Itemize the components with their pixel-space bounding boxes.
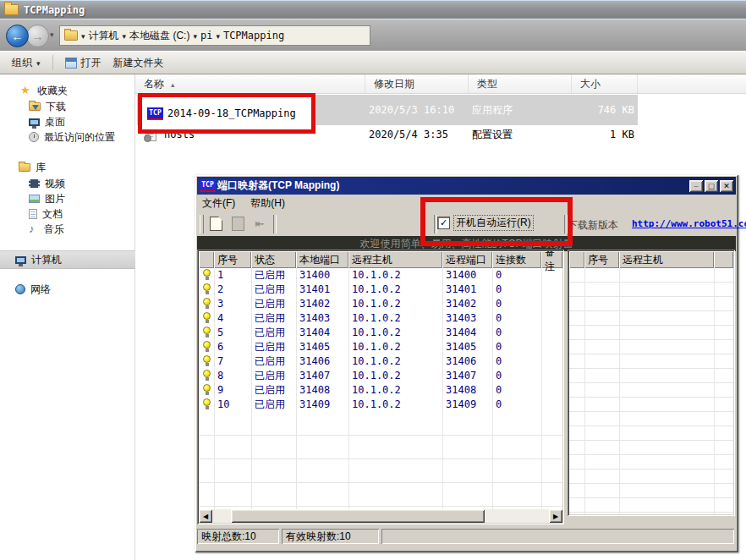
cell-remote-host: 10.1.0.2 bbox=[348, 354, 442, 369]
robot51-link[interactable]: http://www.robot51.com bbox=[632, 218, 746, 229]
recent-places-icon bbox=[29, 132, 39, 142]
cell-note bbox=[541, 398, 562, 412]
forward-arrow-icon: → bbox=[32, 30, 44, 43]
column-header-type[interactable]: 类型 bbox=[469, 74, 572, 93]
network-icon bbox=[15, 284, 25, 294]
status-active-mappings: 有效映射数:10 bbox=[282, 529, 379, 544]
open-button[interactable]: 打开 bbox=[65, 56, 101, 70]
pictures-icon bbox=[29, 195, 40, 203]
column-label: 远程主机 bbox=[623, 253, 663, 267]
maximize-button[interactable] bbox=[705, 180, 718, 192]
menu-help[interactable]: 帮助(H) bbox=[250, 196, 285, 211]
cell-remote-port: 31407 bbox=[442, 369, 492, 383]
mapping-row[interactable]: 7已启用3140610.1.0.2314060 bbox=[199, 354, 562, 369]
organize-button[interactable]: 组织 bbox=[12, 56, 41, 70]
back-button[interactable]: ← bbox=[6, 25, 29, 47]
file-date: 2020/5/3 16:10 bbox=[369, 95, 454, 125]
cell-connections: 0 bbox=[492, 354, 541, 369]
mapping-row[interactable]: 3已启用3140210.1.0.2314020 bbox=[199, 297, 562, 311]
cell-local-port: 31402 bbox=[296, 297, 348, 311]
column-header-name[interactable]: 名称 bbox=[135, 74, 365, 93]
app-titlebar[interactable]: TCP 端口映射器(TCP Mapping) bbox=[197, 177, 736, 195]
remove-icon-disabled bbox=[255, 217, 265, 230]
breadcrumb-computer[interactable]: 计算机 bbox=[89, 29, 119, 43]
column-header-remote-port[interactable]: 远程端口 bbox=[442, 251, 492, 268]
horizontal-scrollbar[interactable] bbox=[199, 509, 562, 523]
enabled-bulb-icon bbox=[199, 297, 214, 311]
scroll-right-icon[interactable] bbox=[549, 509, 562, 523]
cell-connections: 0 bbox=[492, 369, 541, 383]
folder-icon bbox=[4, 4, 19, 15]
organize-label: 组织 bbox=[12, 56, 32, 70]
mapping-row[interactable]: 10已启用3140910.1.0.2314090 bbox=[199, 398, 562, 412]
enabled-bulb-icon bbox=[199, 268, 214, 283]
mapping-rows: 1已启用3140010.1.0.23140002已启用3140110.1.0.2… bbox=[199, 268, 562, 412]
open-icon bbox=[65, 58, 77, 69]
cell-remote-host: 10.1.0.2 bbox=[348, 383, 442, 398]
mapping-row[interactable]: 2已启用3140110.1.0.2314010 bbox=[199, 283, 562, 297]
cell-remote-host: 10.1.0.2 bbox=[348, 398, 442, 412]
breadcrumb-arrow-icon[interactable] bbox=[193, 30, 197, 41]
column-header-remote-host[interactable]: 远程主机 bbox=[619, 251, 714, 268]
enabled-bulb-icon bbox=[199, 383, 214, 398]
breadcrumb-tcpmapping[interactable]: TCPMapping bbox=[223, 30, 284, 41]
enabled-bulb-icon bbox=[199, 340, 214, 354]
new-folder-button[interactable]: 新建文件夹 bbox=[113, 56, 164, 70]
sidebar-label: 下载 bbox=[46, 100, 66, 114]
toolbar-separator bbox=[273, 215, 277, 233]
minimize-button[interactable] bbox=[689, 180, 703, 192]
enabled-bulb-icon bbox=[199, 369, 214, 383]
column-header-blank bbox=[638, 74, 746, 93]
menu-file[interactable]: 文件(F) bbox=[202, 196, 235, 211]
breadcrumb-arrow-icon[interactable] bbox=[216, 30, 220, 41]
sidebar-item-network[interactable]: 网络 bbox=[0, 282, 150, 297]
column-header-index[interactable]: 序号 bbox=[584, 251, 619, 268]
breadcrumb-pi[interactable]: pi bbox=[200, 30, 212, 41]
cell-note bbox=[541, 297, 562, 311]
sidebar-label: 文档 bbox=[42, 207, 63, 222]
new-folder-label: 新建文件夹 bbox=[113, 56, 164, 70]
close-button[interactable] bbox=[720, 180, 733, 192]
cell-index: 5 bbox=[214, 326, 251, 340]
mapping-row[interactable]: 4已启用3140310.1.0.2314030 bbox=[199, 311, 562, 326]
cell-remote-port: 31403 bbox=[442, 311, 492, 326]
cell-remote-host: 10.1.0.2 bbox=[348, 268, 442, 283]
sidebar-label: 图片 bbox=[45, 192, 65, 206]
explorer-sidebar: 收藏夹 下载 桌面 最近访问的位置 库 视频 图片 文档 bbox=[0, 74, 135, 560]
sidebar-label: 库 bbox=[36, 161, 46, 175]
cell-note bbox=[541, 354, 562, 369]
mapping-row[interactable]: 5已启用3140410.1.0.2314040 bbox=[199, 326, 562, 340]
cell-remote-host: 10.1.0.2 bbox=[348, 283, 442, 297]
breadcrumb-local-disk[interactable]: 本地磁盘 (C:) bbox=[129, 29, 189, 43]
column-header-size[interactable]: 大小 bbox=[572, 74, 638, 93]
scroll-left-icon[interactable] bbox=[199, 509, 212, 523]
mapping-row[interactable]: 1已启用3140010.1.0.2314000 bbox=[199, 268, 562, 283]
history-dropdown-icon[interactable]: ▾ bbox=[50, 30, 54, 39]
breadcrumb-arrow-icon[interactable] bbox=[123, 30, 127, 41]
column-header-remote-host[interactable]: 远程主机 bbox=[348, 251, 442, 268]
sidebar-item-computer[interactable]: 计算机 bbox=[0, 250, 150, 269]
mapping-row[interactable]: 6已启用3140510.1.0.2314050 bbox=[199, 340, 562, 354]
computer-icon bbox=[15, 256, 26, 264]
column-header-date[interactable]: 修改日期 bbox=[365, 74, 469, 93]
new-mapping-button[interactable] bbox=[206, 215, 226, 233]
mapping-row[interactable]: 9已启用3140810.1.0.2314080 bbox=[199, 383, 562, 398]
column-header-note[interactable]: 备注 bbox=[541, 251, 562, 268]
mapping-row[interactable]: 8已启用3140710.1.0.2314070 bbox=[199, 369, 562, 383]
cell-remote-port: 31408 bbox=[442, 383, 492, 398]
breadcrumb-arrow-icon[interactable] bbox=[81, 30, 85, 41]
column-header-connections[interactable]: 连接数 bbox=[492, 251, 541, 268]
sidebar-item-favorites[interactable]: 收藏夹 bbox=[0, 83, 155, 98]
music-icon bbox=[29, 223, 39, 235]
libraries-icon bbox=[19, 163, 30, 172]
scrollbar-track[interactable] bbox=[212, 509, 549, 523]
empty-grid bbox=[569, 268, 733, 514]
sidebar-item-libraries[interactable]: 库 bbox=[0, 160, 153, 175]
scrollbar-thumb[interactable] bbox=[231, 509, 485, 523]
column-header-index[interactable]: 序号 bbox=[214, 251, 251, 268]
toolbar-grip bbox=[200, 215, 204, 233]
address-bar[interactable]: 计算机 本地磁盘 (C:) pi TCPMapping bbox=[59, 25, 370, 46]
forward-button[interactable]: → bbox=[26, 25, 49, 47]
column-header-local-port[interactable]: 本地端口 bbox=[296, 251, 348, 268]
column-header-status[interactable]: 状态 bbox=[251, 251, 296, 268]
